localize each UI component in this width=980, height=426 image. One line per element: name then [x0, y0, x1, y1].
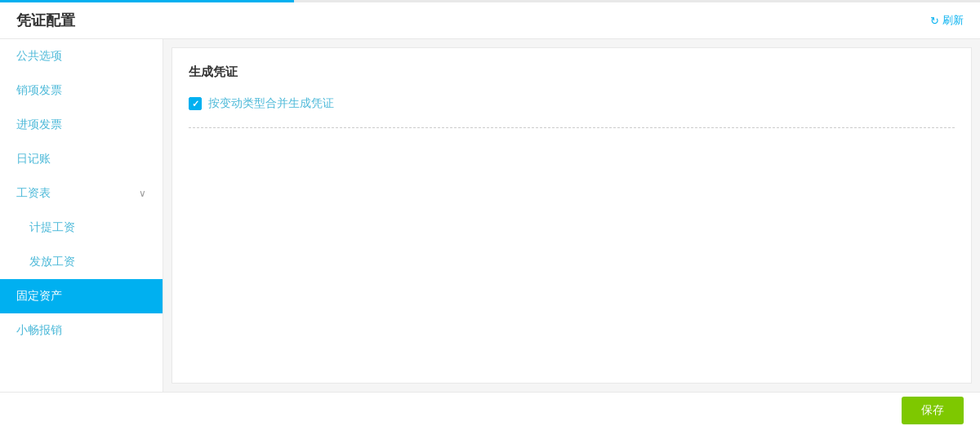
- refresh-icon: ↻: [930, 15, 939, 27]
- sidebar-item-label-4: 工资表: [16, 186, 51, 201]
- sidebar-item-label-0: 公共选项: [16, 49, 62, 64]
- sidebar-item-6[interactable]: 发放工资: [0, 245, 163, 279]
- content-area: 生成凭证 按变动类型合并生成凭证: [172, 47, 972, 384]
- refresh-label: 刷新: [942, 13, 964, 28]
- sidebar: 公共选项销项发票进项发票日记账工资表∨计提工资发放工资固定资产小畅报销: [0, 39, 163, 392]
- checkbox-row: 按变动类型合并生成凭证: [189, 96, 955, 111]
- sidebar-item-label-8: 小畅报销: [16, 323, 62, 338]
- sidebar-item-label-2: 进项发票: [16, 118, 62, 132]
- chevron-down-icon: ∨: [139, 188, 146, 199]
- sidebar-item-label-5: 计提工资: [29, 220, 75, 235]
- sidebar-item-label-3: 日记账: [16, 152, 51, 166]
- refresh-button[interactable]: ↻ 刷新: [930, 13, 964, 28]
- merge-checkbox-label: 按变动类型合并生成凭证: [208, 96, 334, 111]
- sidebar-item-2[interactable]: 进项发票: [0, 108, 163, 142]
- merge-checkbox[interactable]: [189, 97, 202, 110]
- save-button[interactable]: 保存: [902, 397, 964, 424]
- sidebar-item-1[interactable]: 销项发票: [0, 73, 163, 108]
- section-title: 生成凭证: [189, 64, 955, 80]
- section-divider: [189, 127, 955, 128]
- main-layout: 公共选项销项发票进项发票日记账工资表∨计提工资发放工资固定资产小畅报销 生成凭证…: [0, 39, 980, 392]
- sidebar-item-label-1: 销项发票: [16, 83, 62, 98]
- sidebar-item-5[interactable]: 计提工资: [0, 211, 163, 245]
- page-title: 凭证配置: [16, 11, 75, 30]
- sidebar-item-label-7: 固定资产: [16, 289, 62, 304]
- sidebar-item-3[interactable]: 日记账: [0, 142, 163, 176]
- sidebar-item-label-6: 发放工资: [29, 255, 75, 269]
- page-footer: 保存: [0, 392, 980, 426]
- sidebar-item-4[interactable]: 工资表∨: [0, 176, 163, 211]
- sidebar-item-0[interactable]: 公共选项: [0, 39, 163, 73]
- sidebar-item-8[interactable]: 小畅报销: [0, 313, 163, 348]
- page-header: 凭证配置 ↻ 刷新: [0, 2, 980, 39]
- sidebar-item-7[interactable]: 固定资产: [0, 279, 163, 313]
